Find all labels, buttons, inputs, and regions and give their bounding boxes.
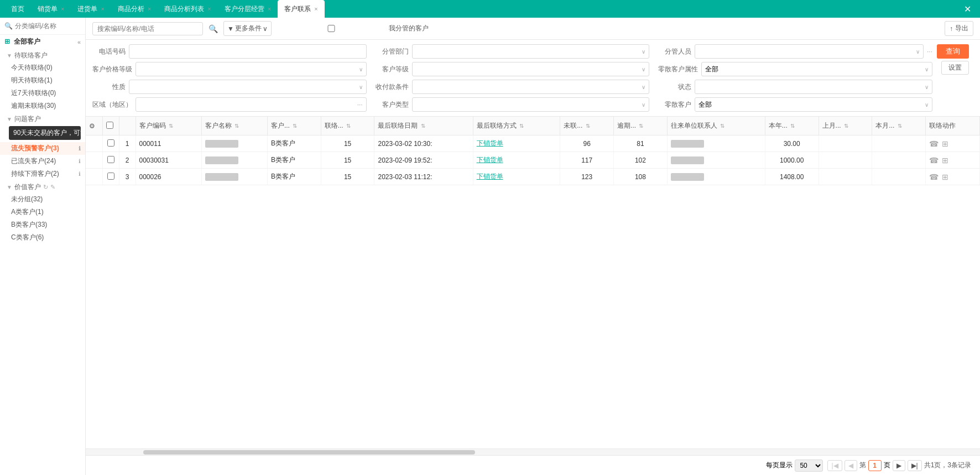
action-contact-2[interactable]: ☎ bbox=[929, 173, 939, 181]
sidebar-search-input[interactable] bbox=[15, 22, 86, 30]
close-purchase-order[interactable]: × bbox=[101, 6, 104, 12]
action-contact-0[interactable]: ☎ bbox=[929, 139, 939, 148]
edit-icon[interactable]: ✎ bbox=[50, 184, 55, 191]
col-checkbox[interactable] bbox=[102, 117, 119, 135]
col-last-date[interactable]: 最后联络日期 ⇅ bbox=[374, 117, 473, 135]
sidebar-item-today[interactable]: 今天待联络(0) bbox=[0, 61, 85, 74]
retail-customer-select[interactable]: 全部 ∨ bbox=[695, 97, 932, 112]
col-unit-contact[interactable]: 往来单位联系人 ⇅ bbox=[667, 117, 765, 135]
row-checkbox-0[interactable] bbox=[107, 139, 114, 147]
customer-level-select[interactable]: ∨ bbox=[412, 62, 650, 76]
sidebar-item-declining[interactable]: 持续下滑客户(2) ℹ bbox=[0, 168, 85, 180]
sort-not-contacted[interactable]: ⇅ bbox=[586, 123, 590, 129]
action-more-0[interactable]: ⊞ bbox=[942, 139, 948, 148]
col-this-year[interactable]: 本年... ⇅ bbox=[765, 117, 819, 135]
sort-unit-contact[interactable]: ⇅ bbox=[720, 123, 724, 129]
close-customer-contact[interactable]: × bbox=[314, 6, 317, 12]
sidebar-item-7days[interactable]: 近7天待联络(0) bbox=[0, 87, 85, 100]
cell-method-1[interactable]: 下销货单 bbox=[473, 152, 560, 169]
sort-contact[interactable]: ⇅ bbox=[346, 123, 351, 129]
refresh-icon[interactable]: ↻ bbox=[43, 184, 48, 191]
sort-last-month[interactable]: ⇅ bbox=[844, 123, 848, 129]
status-select[interactable]: ∨ bbox=[695, 80, 932, 94]
col-this-month[interactable]: 本月... ⇅ bbox=[872, 117, 926, 135]
sort-this-month[interactable]: ⇅ bbox=[898, 123, 902, 129]
window-close-button[interactable]: ✕ bbox=[960, 4, 976, 14]
sidebar-item-a-class[interactable]: A类客户(1) bbox=[0, 206, 85, 218]
manager-dots[interactable]: ··· bbox=[927, 48, 932, 55]
filter-settings-button[interactable]: 设置 bbox=[941, 61, 969, 75]
close-customer-segment[interactable]: × bbox=[268, 6, 271, 12]
region-select[interactable]: ··· bbox=[135, 97, 367, 112]
nav-product-analysis[interactable]: 商品分析 × bbox=[111, 0, 158, 18]
sort-type[interactable]: ⇅ bbox=[293, 123, 297, 129]
customer-type-select[interactable]: ∨ bbox=[412, 97, 650, 112]
nav-product-analysis-list[interactable]: 商品分析列表 × bbox=[158, 0, 217, 18]
nav-customer-segment[interactable]: 客户分层经营 × bbox=[218, 0, 278, 18]
col-last-month[interactable]: 上月... ⇅ bbox=[819, 117, 872, 135]
col-type[interactable]: 客户... ⇅ bbox=[267, 117, 321, 135]
sort-last-date[interactable]: ⇅ bbox=[421, 123, 425, 129]
action-more-1[interactable]: ⊞ bbox=[942, 156, 948, 165]
sidebar-item-b-class[interactable]: B类客户(33) bbox=[0, 218, 85, 231]
scrollbar-thumb[interactable] bbox=[143, 450, 475, 455]
nav-customer-contact[interactable]: 客户联系 × bbox=[278, 0, 324, 18]
col-last-method[interactable]: 最后联络方式 ⇅ bbox=[473, 117, 560, 135]
cell-method-0[interactable]: 下销货单 bbox=[473, 135, 560, 152]
close-sales-order[interactable]: × bbox=[61, 6, 64, 12]
price-level-select[interactable]: ∨ bbox=[135, 62, 367, 76]
sidebar-item-unclassified[interactable]: 未分组(32) bbox=[0, 193, 85, 206]
action-contact-1[interactable]: ☎ bbox=[929, 156, 939, 165]
nav-purchase-order[interactable]: 进货单 × bbox=[71, 0, 111, 18]
manager-select[interactable]: ∨ bbox=[695, 44, 924, 59]
row-checkbox-2[interactable] bbox=[107, 173, 114, 180]
sort-this-year[interactable]: ⇅ bbox=[790, 123, 795, 129]
page-size-dropdown[interactable]: 50 20 100 bbox=[795, 460, 823, 472]
my-customers-check[interactable] bbox=[276, 25, 387, 32]
cell-method-2[interactable]: 下销货单 bbox=[473, 169, 560, 185]
sidebar-root[interactable]: ⊞ 全部客户 « bbox=[0, 35, 85, 49]
search-input[interactable] bbox=[92, 22, 203, 35]
sidebar-item-churned[interactable]: 已流失客户(24) ℹ bbox=[0, 155, 85, 168]
col-not-contacted[interactable]: 未联... ⇅ bbox=[560, 117, 614, 135]
select-all-checkbox[interactable] bbox=[106, 122, 113, 129]
nav-sales-order[interactable]: 销货单 × bbox=[31, 0, 71, 18]
row-checkbox-1[interactable] bbox=[107, 156, 114, 163]
sort-code[interactable]: ⇅ bbox=[169, 123, 173, 129]
query-button[interactable]: 查询 bbox=[937, 44, 969, 59]
sidebar-item-churn-warning[interactable]: 流失预警客户(3) ℹ bbox=[0, 142, 85, 155]
my-customers-checkbox[interactable]: 我分管的客户 bbox=[276, 24, 429, 33]
nature-select[interactable]: ∨ bbox=[129, 80, 367, 94]
action-more-2[interactable]: ⊞ bbox=[942, 173, 948, 181]
col-code[interactable]: 客户编码 ⇅ bbox=[135, 117, 201, 135]
more-conditions-btn[interactable]: ▼ 更多条件 ∨ bbox=[223, 21, 272, 36]
dept-select[interactable]: ∨ bbox=[412, 44, 650, 59]
retail-attr-select[interactable]: 全部 ∨ bbox=[701, 62, 932, 76]
cell-checkbox-2[interactable] bbox=[102, 169, 119, 185]
sidebar-section-pending[interactable]: ▼ 待联络客户 bbox=[0, 49, 85, 61]
search-button[interactable]: 🔍 bbox=[207, 23, 219, 34]
sidebar-item-overdue[interactable]: 逾期未联络(30) bbox=[0, 100, 85, 112]
export-button[interactable]: ↑ 导出 bbox=[945, 21, 973, 36]
sidebar-section-problem[interactable]: ▼ 问题客户 bbox=[0, 112, 85, 125]
sidebar-item-c-class[interactable]: C类客户(6) bbox=[0, 231, 85, 244]
first-page-btn[interactable]: |◀ bbox=[827, 460, 842, 471]
sidebar-section-value[interactable]: ▼ 价值客户 ↻ ✎ bbox=[0, 180, 85, 193]
prev-page-btn[interactable]: ◀ bbox=[845, 460, 857, 471]
table-settings-icon[interactable]: ⚙ bbox=[89, 122, 95, 130]
close-product-analysis[interactable]: × bbox=[148, 6, 151, 12]
nav-home[interactable]: 首页 bbox=[4, 0, 31, 18]
col-contact[interactable]: 联络... ⇅ bbox=[321, 117, 374, 135]
col-name[interactable]: 客户名称 ⇅ bbox=[201, 117, 267, 135]
col-overdue[interactable]: 逾期... ⇅ bbox=[614, 117, 668, 135]
horizontal-scrollbar[interactable] bbox=[86, 448, 980, 455]
cell-checkbox-0[interactable] bbox=[102, 135, 119, 152]
region-dots[interactable]: ··· bbox=[357, 101, 363, 108]
col-settings[interactable]: ⚙ bbox=[86, 117, 102, 135]
sidebar-item-tomorrow[interactable]: 明天待联络(1) bbox=[0, 74, 85, 87]
cell-checkbox-1[interactable] bbox=[102, 152, 119, 169]
last-page-btn[interactable]: ▶| bbox=[908, 460, 922, 471]
close-product-analysis-list[interactable]: × bbox=[207, 6, 211, 12]
payment-select[interactable]: ∨ bbox=[412, 80, 650, 94]
sort-last-method[interactable]: ⇅ bbox=[519, 123, 524, 129]
